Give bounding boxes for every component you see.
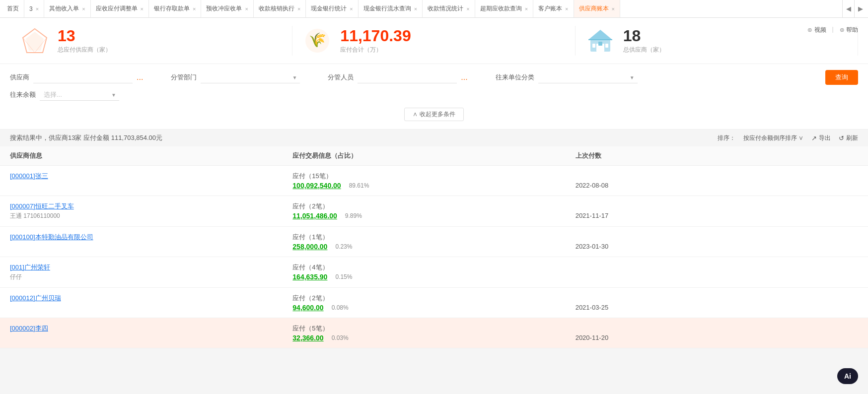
- export-icon: ↗: [811, 134, 817, 142]
- nav-arrow-right[interactable]: ▶: [854, 0, 866, 18]
- table-row: [000012]广州贝瑞 应付（2笔） 94,600.00 0.08% 2021…: [0, 288, 868, 318]
- nav-tab-cash-bank-stat[interactable]: 现金银行统计 ×: [306, 0, 358, 18]
- tx-amount-3[interactable]: 258,000.00: [292, 243, 327, 251]
- supplier-link-5[interactable]: [000012]广州贝瑞: [10, 294, 61, 302]
- dept-input[interactable]: [201, 71, 300, 83]
- collapse-button-area: ∧ 收起更多条件: [10, 105, 858, 123]
- person-filter-item: 分管人员 ...: [328, 71, 467, 83]
- last-payment-date-2: 2021-11-17: [576, 202, 717, 219]
- filter-row-1: 供应商 ... 分管部门 ▼ 分管人员 ... 往来单位分类 ▼ 查询: [10, 70, 858, 85]
- nav-tab-other-income[interactable]: 其他收入单 ×: [44, 0, 90, 18]
- supplier-link-4[interactable]: [001]广州荣轩: [10, 263, 50, 271]
- collapse-button[interactable]: ∧ 收起更多条件: [404, 108, 463, 121]
- supplier-link-3[interactable]: [000100]本特勤油品有限公司: [10, 233, 93, 241]
- query-button[interactable]: 查询: [825, 70, 858, 85]
- close-tab-receipt-verify[interactable]: ×: [297, 6, 300, 12]
- tx-amount-4[interactable]: 164,635.90: [292, 273, 327, 281]
- close-tab-customer-ledger[interactable]: ×: [565, 6, 568, 12]
- nav-tab-customer-ledger[interactable]: 客户账本 ×: [533, 0, 574, 18]
- supplier-filter-item: 供应商 ...: [10, 71, 143, 83]
- last-payment-cell-6: 2020-11-20: [576, 324, 717, 341]
- close-tab-receipt-stat[interactable]: ×: [466, 6, 469, 12]
- close-tab-vendor-ledger[interactable]: ×: [612, 6, 615, 12]
- supplier-link-2[interactable]: [000007]恒旺二手叉车: [10, 202, 74, 210]
- nav-tab-receipt-stat[interactable]: 收款情况统计 ×: [423, 0, 475, 18]
- tx-count-4: 应付（4笔）: [292, 263, 575, 272]
- person-input[interactable]: [358, 71, 457, 83]
- supplier-cell-2: [000007]恒旺二手叉车 王通 17106110000: [10, 202, 292, 220]
- table-row: [000001]张三 应付（15笔） 100,092,540.00 89.61%…: [0, 166, 868, 196]
- tx-amount-2[interactable]: 11,051,486.00: [292, 212, 337, 220]
- filter-row-2: 往来余额 ▼: [10, 89, 858, 101]
- filter-area: 供应商 ... 分管部门 ▼ 分管人员 ... 往来单位分类 ▼ 查询 往来: [0, 64, 868, 130]
- tx-amount-5[interactable]: 94,600.00: [292, 304, 323, 312]
- supplier-input[interactable]: [33, 71, 133, 83]
- balance-filter-item: 往来余额 ▼: [10, 89, 119, 101]
- close-tab-ar-ap-adjust[interactable]: ×: [141, 6, 144, 12]
- category-input[interactable]: [538, 71, 638, 83]
- close-tab-cash-bank-query[interactable]: ×: [414, 6, 417, 12]
- tx-count-5: 应付（2笔）: [292, 294, 575, 303]
- close-tab-cash-bank-stat[interactable]: ×: [350, 6, 353, 12]
- transaction-cell-2: 应付（2笔） 11,051,486.00 9.89%: [292, 202, 575, 220]
- balance-input[interactable]: [40, 89, 119, 101]
- tx-amount-6[interactable]: 32,366.00: [292, 334, 323, 342]
- sort-label: 排序：: [718, 134, 735, 142]
- tx-percent-5: 0.08%: [332, 304, 349, 311]
- svg-marker-9: [588, 30, 612, 40]
- supplier-dots[interactable]: ...: [137, 73, 143, 82]
- table-header: 供应商信息 应付交易信息（占比） 上次付数: [0, 146, 868, 166]
- video-link[interactable]: ⊙ 视频: [807, 26, 826, 34]
- supplier-sub-4: 仔仔: [10, 273, 292, 281]
- tx-row-3: 258,000.00 0.23%: [292, 243, 575, 251]
- close-tab-3[interactable]: ×: [36, 6, 39, 12]
- tx-row-2: 11,051,486.00 9.89%: [292, 212, 575, 220]
- table-row: [000007]恒旺二手叉车 王通 17106110000 应付（2笔） 11,…: [0, 196, 868, 227]
- supplier-label: 供应商: [10, 73, 29, 82]
- tx-percent-6: 0.03%: [332, 334, 349, 341]
- svg-text:🌾: 🌾: [309, 32, 326, 48]
- nav-tab-vendor-ledger[interactable]: 供应商账本 ×: [574, 0, 620, 18]
- balance-label: 往来余额: [10, 90, 36, 99]
- tx-row-4: 164,635.90 0.15%: [292, 273, 575, 281]
- supplier-link-1[interactable]: [000001]张三: [10, 172, 48, 180]
- last-payment-cell-2: 2021-11-17: [576, 202, 717, 219]
- table-row: [001]广州荣轩 仔仔 应付（4笔） 164,635.90 0.15%: [0, 257, 868, 288]
- shop-icon: [585, 26, 615, 56]
- nav-tab-ar-ap-adjust[interactable]: 应收应付调整单 ×: [91, 0, 149, 18]
- ap-amount-number: 11,170.39: [340, 28, 411, 44]
- nav-tab-cash-bank-query[interactable]: 现金银行流水查询 ×: [359, 0, 423, 18]
- help-link[interactable]: ⊙ 帮助: [840, 26, 858, 34]
- svg-rect-13: [605, 44, 608, 48]
- nav-arrow-left[interactable]: ◀: [842, 0, 854, 18]
- nav-tab-receipt-verify[interactable]: 收款核销执行 ×: [254, 0, 306, 18]
- nav-tab-bank-deposit[interactable]: 银行存取款单 ×: [149, 0, 201, 18]
- table-row: [000002]李四 应付（5笔） 32,366.00 0.03% 2020-1…: [0, 318, 868, 348]
- export-button[interactable]: ↗ 导出: [811, 134, 831, 142]
- table-row: [000100]本特勤油品有限公司 应付（1笔） 258,000.00 0.23…: [0, 227, 868, 257]
- person-dots[interactable]: ...: [461, 73, 467, 82]
- sort-value[interactable]: 按应付余额倒序排序 ∨: [743, 134, 803, 142]
- transaction-cell-6: 应付（5笔） 32,366.00 0.03%: [292, 324, 575, 342]
- close-tab-other-income[interactable]: ×: [82, 6, 85, 12]
- header-transaction-info: 应付交易信息（占比）: [292, 151, 575, 160]
- nav-tab-overdue-ar[interactable]: 超期应收款查询 ×: [475, 0, 533, 18]
- card-info-total-vendors: 18 总供应商（家）: [623, 28, 665, 54]
- total-vendors-label: 总供应商（家）: [623, 46, 665, 54]
- nav-tab-home[interactable]: 首页: [2, 0, 24, 18]
- nav-tab-advance-ar[interactable]: 预收冲应收单 ×: [201, 0, 253, 18]
- refresh-button[interactable]: ↺ 刷新: [839, 134, 858, 142]
- nav-arrows: ◀ ▶: [842, 0, 866, 18]
- svg-marker-1: [26, 32, 44, 51]
- supplier-link-6[interactable]: [000002]李四: [10, 325, 48, 332]
- close-tab-overdue-ar[interactable]: ×: [525, 6, 528, 12]
- last-payment-date-5: 2021-03-25: [576, 294, 717, 311]
- tx-amount-1[interactable]: 100,092,540.00: [292, 182, 341, 190]
- tx-percent-3: 0.23%: [335, 243, 352, 250]
- last-payment-date-1: 2022-08-08: [576, 172, 717, 189]
- nav-tab-3[interactable]: 3 ×: [24, 0, 44, 18]
- close-tab-bank-deposit[interactable]: ×: [193, 6, 196, 12]
- refresh-icon: ↺: [839, 134, 844, 142]
- tx-count-3: 应付（1笔）: [292, 233, 575, 242]
- close-tab-advance-ar[interactable]: ×: [245, 6, 248, 12]
